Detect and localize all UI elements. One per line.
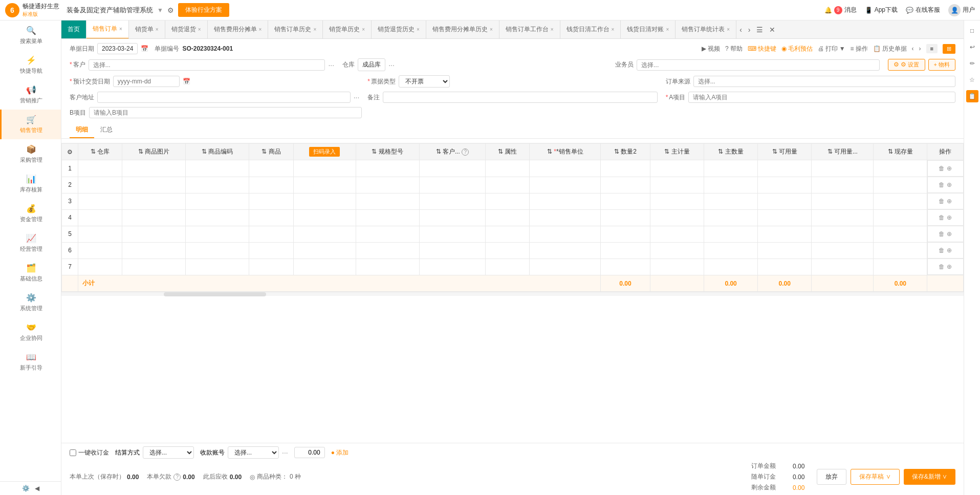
account-dots-icon[interactable]: ··· (282, 448, 288, 457)
info-icon[interactable]: ? (462, 148, 469, 156)
tab-menu-icon[interactable]: ☰ (753, 26, 766, 34)
tab-sales-order-history[interactable]: 销售订单历史 × (268, 20, 323, 39)
tab-return-history[interactable]: 销货退货历史 × (372, 20, 426, 39)
row-product[interactable] (249, 160, 293, 177)
customer-input[interactable] (89, 59, 325, 71)
warehouse-value[interactable]: 成品库 (358, 58, 385, 71)
product-count-icon[interactable]: ◎ (250, 474, 255, 481)
col-scan[interactable]: 扫码录入 (293, 144, 356, 160)
row-warehouse[interactable] (78, 160, 122, 177)
col-available2[interactable]: ⇅ 可用量... (812, 144, 874, 160)
row-scan[interactable] (293, 160, 356, 177)
delete-icon[interactable]: 🗑 (939, 263, 945, 270)
sidebar-item-inventory[interactable]: 📊 库存核算 (0, 169, 61, 199)
list-view-btn[interactable]: ≡ (926, 44, 938, 53)
col-spec[interactable]: ⇅ 规格型号 (356, 144, 419, 160)
add-material-btn[interactable]: + 物料 (928, 59, 955, 71)
col-main-unit[interactable]: ⇅ 主计量 (650, 144, 704, 160)
save-new-button[interactable]: 保存&新增 ∨ (904, 469, 955, 485)
tab-order-stats[interactable]: 销售订单统计表 × (676, 20, 736, 39)
settings-btn[interactable]: ⚙ ⚙ 设置 (888, 59, 925, 71)
col-image[interactable]: ⇅ 商品图片 (122, 144, 186, 160)
user-item[interactable]: 👤 用户 (948, 4, 975, 16)
view-btn[interactable]: ▶ 视频 (702, 45, 720, 53)
tab-close-icon[interactable]: × (727, 27, 730, 32)
row-attributes[interactable] (486, 160, 530, 177)
discard-button[interactable]: 放弃 (817, 469, 846, 485)
quick-order-checkbox-item[interactable]: 一键收订金 (70, 448, 109, 457)
industry-solution-button[interactable]: 体验行业方案 (178, 3, 229, 17)
customer-dots-icon[interactable]: ··· (328, 61, 334, 69)
row-unit[interactable] (530, 160, 601, 177)
warehouse-dots-icon[interactable]: ··· (388, 61, 395, 69)
b-project-input[interactable] (89, 107, 362, 118)
delivery-date-input[interactable] (113, 76, 180, 87)
tab-daily-reconcile[interactable]: 钱货日清对账 × (621, 20, 676, 39)
sidebar-gear-icon[interactable]: ⚙️ (22, 485, 30, 492)
right-panel-btn-2[interactable]: ↩ (966, 41, 978, 53)
tab-sales-expense[interactable]: 销售费用分摊单 × (208, 20, 269, 39)
print-btn[interactable]: 🖨 打印 ▼ (818, 45, 845, 53)
date-value[interactable]: 2023-03-24 (97, 43, 138, 54)
sidebar-item-guide[interactable]: 📖 新手引导 (0, 347, 61, 377)
sidebar-item-finance[interactable]: 💰 资金管理 (0, 199, 61, 228)
notification-item[interactable]: 🔔 9 消息 (824, 6, 857, 14)
col-unit[interactable]: ⇅ **销售单位 (530, 144, 601, 160)
delete-icon[interactable]: 🗑 (939, 214, 945, 221)
tab-close-icon[interactable]: × (362, 27, 365, 32)
row-main-unit[interactable] (650, 160, 704, 177)
tab-close-icon[interactable]: × (551, 27, 554, 32)
account-select[interactable]: 选择... (228, 446, 279, 459)
nav-next-icon[interactable]: › (919, 45, 921, 52)
profit-btn[interactable]: ◉ 毛利预估 (781, 45, 813, 53)
sidebar-item-marketing[interactable]: 📢 营销推广 (0, 80, 61, 110)
calendar2-icon[interactable]: 📅 (183, 78, 190, 85)
tab-next-icon[interactable]: › (745, 26, 754, 34)
sidebar-item-system[interactable]: ⚙️ 系统管理 (0, 288, 61, 317)
col-attributes[interactable]: ⇅ 属性 (486, 144, 530, 160)
copy-icon[interactable]: ⊕ (947, 230, 952, 238)
tab-close-icon[interactable]: × (417, 27, 420, 32)
tab-sales-goods[interactable]: 销货单 × (129, 20, 165, 39)
col-customer-code[interactable]: ⇅ 客户... ? (419, 144, 485, 160)
tab-close-icon[interactable]: × (198, 27, 201, 32)
row-available[interactable] (758, 160, 812, 177)
nav-prev-icon[interactable]: ‹ (912, 45, 914, 52)
col-available[interactable]: ⇅ 可用量 (758, 144, 812, 160)
tab-daily-workbench[interactable]: 钱货日清工作台 × (560, 20, 621, 39)
tab-goods-history[interactable]: 销货单历史 × (323, 20, 372, 39)
col-settings[interactable]: ⚙ (62, 144, 78, 160)
online-service-item[interactable]: 💬 在线客服 (906, 6, 940, 14)
address-dots-icon[interactable]: ··· (354, 93, 360, 101)
app-download-item[interactable]: 📱 App下载 (865, 6, 898, 14)
delete-icon[interactable]: 🗑 (939, 230, 945, 238)
tab-close-icon[interactable]: × (119, 26, 122, 32)
col-code[interactable]: ⇅ 商品编码 (186, 144, 249, 160)
payment-amount[interactable]: 0.00 (294, 447, 325, 458)
tab-detail[interactable]: 明细 (70, 122, 94, 138)
copy-icon[interactable]: ⊕ (947, 214, 952, 221)
col-warehouse[interactable]: ⇅ 仓库 (78, 144, 122, 160)
scrollbar-area[interactable] (61, 292, 964, 296)
scan-input-btn[interactable]: 扫码录入 (309, 147, 340, 157)
save-draft-button[interactable]: 保存草稿 ∨ (851, 469, 899, 485)
copy-icon[interactable]: ⊕ (947, 247, 952, 254)
sidebar-item-quicknav[interactable]: ⚡ 快捷导航 (0, 50, 61, 80)
tab-close-icon[interactable]: × (156, 27, 159, 32)
sidebar-item-purchase[interactable]: 📦 采购管理 (0, 139, 61, 169)
right-panel-btn-1[interactable]: □ (966, 25, 978, 37)
calendar-icon[interactable]: 📅 (141, 45, 148, 52)
tab-close-icon[interactable]: × (666, 27, 669, 32)
sidebar-item-sales[interactable]: 🛒 销售管理 (0, 110, 61, 139)
right-panel-btn-5[interactable]: 📋 (966, 90, 978, 102)
sidebar-item-basic-info[interactable]: 🗂️ 基础信息 (0, 258, 61, 288)
row-code[interactable] (186, 160, 249, 177)
invoice-select[interactable]: 不开票 (399, 75, 450, 88)
add-payment-btn[interactable]: ● 添加 (331, 448, 349, 457)
tab-close-icon[interactable]: × (612, 27, 615, 32)
system-dropdown-icon[interactable]: ▼ (157, 7, 163, 14)
row-spec[interactable] (356, 160, 419, 177)
debt-info-icon[interactable]: ? (173, 474, 181, 481)
horizontal-scrollbar[interactable] (164, 292, 266, 296)
sidebar-item-operations[interactable]: 📈 经营管理 (0, 228, 61, 258)
